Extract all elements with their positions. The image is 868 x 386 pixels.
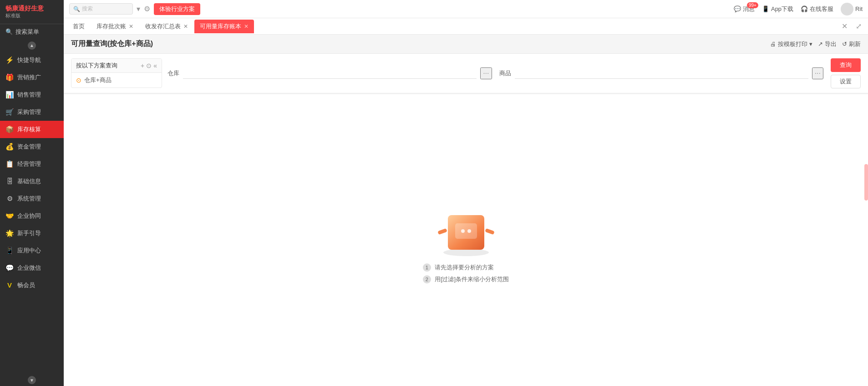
search-menu[interactable]: 🔍 搜索菜单 xyxy=(0,24,64,40)
filter-area: 仓库 ··· 商品 ··· 查询 设置 xyxy=(168,58,861,88)
quick-nav-label: 快捷导航 xyxy=(17,56,41,64)
inventory-label: 库存核算 xyxy=(17,125,41,134)
warehouse-more-button[interactable]: ··· xyxy=(480,67,492,79)
tab-receipt-summary[interactable]: 收发存汇总表 ✕ xyxy=(140,20,193,33)
scheme-add-button[interactable]: + xyxy=(141,62,144,69)
scheme-collapse-button[interactable]: « xyxy=(153,62,157,69)
sidebar-item-inventory[interactable]: 📦 库存核算 xyxy=(0,121,64,138)
trial-button[interactable]: 体验行业方案 xyxy=(154,3,200,15)
sidebar-item-finance[interactable]: 💰 资金管理 xyxy=(0,138,64,155)
main-area: 🔍 搜索 ▾ ⚙ 体验行业方案 💬 消息 99+ 📱 App下载 🎧 在线客服 … xyxy=(64,0,868,386)
export-button[interactable]: ↗ 导出 xyxy=(818,40,837,48)
tab-receipt-summary-close[interactable]: ✕ xyxy=(183,23,188,30)
sidebar-item-enterprise[interactable]: 🤝 企业协同 xyxy=(0,207,64,225)
tab-actions: ✕ ⤢ xyxy=(839,21,864,31)
message-icon: 💬 xyxy=(734,5,741,12)
sales-icon: 📊 xyxy=(5,91,14,99)
sidebar-item-purchase[interactable]: 🛒 采购管理 xyxy=(0,103,64,121)
filter-actions: 查询 设置 xyxy=(831,58,861,88)
tab-batch-ledger-close[interactable]: ✕ xyxy=(129,23,133,30)
query-button[interactable]: 查询 xyxy=(831,58,861,72)
scheme-item-warehouse-product[interactable]: ⊙ 仓库+商品 xyxy=(71,73,162,87)
app-center-label: 应用中心 xyxy=(17,247,41,255)
app-name: 畅康通好生意 xyxy=(5,5,58,12)
wechat-icon: 💬 xyxy=(5,264,14,272)
sidebar-item-sales[interactable]: 📊 销售管理 xyxy=(0,86,64,103)
topbar-search-icon: 🔍 xyxy=(73,6,80,12)
tab-home[interactable]: 首页 xyxy=(67,20,90,33)
warehouse-filter-input[interactable] xyxy=(183,68,477,79)
topbar-settings-icon[interactable]: ⚙ xyxy=(144,5,150,13)
tab-batch-ledger[interactable]: 库存批次账 ✕ xyxy=(91,20,139,33)
base-info-label: 基础信息 xyxy=(17,177,41,185)
box-body xyxy=(448,215,484,250)
query-area: 按以下方案查询 + ⊙ « ⊙ 仓库+商品 仓库 ··· xyxy=(64,54,868,93)
print-dropdown-icon[interactable]: ▾ xyxy=(809,41,812,47)
refresh-icon: ↺ xyxy=(842,41,847,47)
arm-right xyxy=(485,228,495,235)
product-filter-label: 商品 xyxy=(499,69,511,77)
wechat-label: 企业微信 xyxy=(17,264,41,272)
scroll-up-button[interactable]: ▲ xyxy=(28,41,36,50)
finance-label: 资金管理 xyxy=(17,143,41,151)
sidebar-item-guide[interactable]: 🌟 新手引导 xyxy=(0,225,64,242)
purchase-icon: 🛒 xyxy=(5,108,14,116)
hint-text-1: 请先选择要分析的方案 xyxy=(435,263,494,272)
sidebar-item-base-info[interactable]: 🗄 基础信息 xyxy=(0,173,64,190)
empty-hints: 1 请先选择要分析的方案 2 用[过滤]条件来缩小分析范围 xyxy=(423,263,509,283)
scheme-panel: 按以下方案查询 + ⊙ « ⊙ 仓库+商品 xyxy=(71,58,162,88)
hint-item-1: 1 请先选择要分析的方案 xyxy=(423,263,509,272)
topbar-right: 💬 消息 99+ 📱 App下载 🎧 在线客服 Rit xyxy=(734,3,863,15)
inventory-icon: 📦 xyxy=(5,125,14,134)
settings-button[interactable]: 设置 xyxy=(831,75,861,88)
sidebar-item-system[interactable]: ⚙ 系统管理 xyxy=(0,190,64,207)
arm-left xyxy=(437,228,447,235)
tab-bar: 首页 库存批次账 ✕ 收发存汇总表 ✕ 可用量库存账本 ✕ ✕ ⤢ xyxy=(64,18,868,35)
export-label: 导出 xyxy=(825,40,837,48)
marketing-label: 营销推广 xyxy=(17,73,41,82)
tab-home-label: 首页 xyxy=(73,22,85,31)
sidebar-item-wechat[interactable]: 💬 企业微信 xyxy=(0,259,64,277)
scheme-settings-button[interactable]: ⊙ xyxy=(146,62,152,69)
filter-row: 仓库 ··· 商品 ··· 查询 设置 xyxy=(168,58,861,88)
refresh-label: 刷新 xyxy=(849,40,861,48)
sidebar-item-marketing[interactable]: 🎁 营销推广 xyxy=(0,69,64,86)
online-service-button[interactable]: 🎧 在线客服 xyxy=(801,5,833,13)
sidebar-item-operation[interactable]: 📋 经营管理 xyxy=(0,155,64,173)
export-icon: ↗ xyxy=(818,41,823,47)
topbar-search-text: 搜索 xyxy=(82,5,93,13)
app-download-button[interactable]: 📱 App下载 xyxy=(762,5,793,13)
product-more-button[interactable]: ··· xyxy=(812,67,823,79)
tab-close-all-button[interactable]: ✕ xyxy=(839,21,850,31)
message-button[interactable]: 💬 消息 99+ xyxy=(734,5,755,13)
enterprise-icon: 🤝 xyxy=(5,212,14,220)
tab-expand-button[interactable]: ⤢ xyxy=(853,21,864,31)
tab-available-ledger-label: 可用量库存账本 xyxy=(200,22,241,31)
page-header: 可用量查询(按仓库+商品) 🖨 按模板打印 ▾ ↗ 导出 ↺ 刷新 xyxy=(64,35,868,54)
print-button[interactable]: 🖨 按模板打印 ▾ xyxy=(770,40,812,48)
print-icon: 🖨 xyxy=(770,41,776,47)
topbar-dropdown-icon[interactable]: ▾ xyxy=(137,5,140,13)
sidebar-item-member[interactable]: V 畅会员 xyxy=(0,277,64,294)
member-label: 畅会员 xyxy=(17,281,35,289)
hint-text-2: 用[过滤]条件来缩小分析范围 xyxy=(435,275,509,283)
marketing-icon: 🎁 xyxy=(5,73,14,82)
base-info-icon: 🗄 xyxy=(5,177,14,185)
product-filter-input[interactable] xyxy=(515,68,808,79)
sidebar-item-app-center[interactable]: 📱 应用中心 xyxy=(0,242,64,259)
guide-icon: 🌟 xyxy=(5,229,14,237)
tab-available-ledger[interactable]: 可用量库存账本 ✕ xyxy=(194,20,254,33)
scheme-header-actions: + ⊙ « xyxy=(141,62,157,69)
scroll-down-button[interactable]: ▼ xyxy=(28,376,36,384)
tab-available-ledger-close[interactable]: ✕ xyxy=(244,23,249,30)
page-title: 可用量查询(按仓库+商品) xyxy=(71,39,153,49)
sidebar: 畅康通好生意 标准版 🔍 搜索菜单 ▲ ⚡ 快捷导航 🎁 营销推广 📊 销售管理… xyxy=(0,0,64,386)
page-actions: 🖨 按模板打印 ▾ ↗ 导出 ↺ 刷新 xyxy=(770,40,861,48)
system-label: 系统管理 xyxy=(17,195,41,203)
side-scrollbar[interactable] xyxy=(864,164,868,201)
sidebar-item-quick-nav[interactable]: ⚡ 快捷导航 xyxy=(0,51,64,69)
warehouse-filter-label: 仓库 xyxy=(168,69,179,77)
user-info[interactable]: Rit xyxy=(841,3,863,15)
topbar-search-box[interactable]: 🔍 搜索 xyxy=(69,3,133,15)
refresh-button[interactable]: ↺ 刷新 xyxy=(842,40,861,48)
